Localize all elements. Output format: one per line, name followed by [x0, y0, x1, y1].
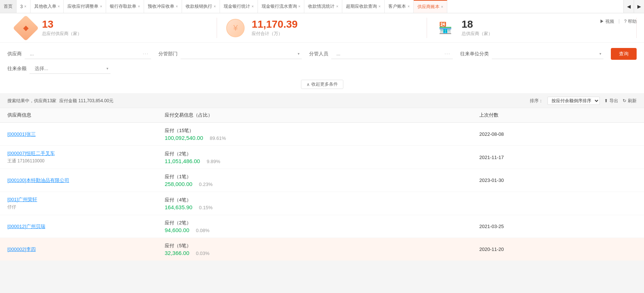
pay-amount[interactable]: 94,600.00 — [165, 227, 189, 233]
video-icon: ▶ — [600, 19, 604, 24]
collapse-label: 收起更多条件 — [311, 81, 338, 87]
person-input[interactable] — [333, 49, 443, 58]
table-row: [000012]广州贝瑞 应付（2笔） 94,600.00 0.08% 2021… — [0, 215, 644, 238]
nav-tab-close-collection-stat[interactable]: × — [336, 4, 338, 8]
nav-tab-label: 应收应付调整单 — [67, 3, 98, 10]
stat-text-total-suppliers: 18 总供应商（家） — [462, 19, 493, 37]
pay-amount[interactable]: 100,092,540.00 — [165, 135, 203, 141]
result-prefix: 搜索结果中，供应商13家 — [7, 98, 56, 104]
collapse-bar: ∧ 收起更多条件 — [7, 77, 637, 90]
last-pay-date: 2023-01-30 — [479, 177, 504, 183]
nav-tab-close-bank-deposit[interactable]: × — [138, 4, 140, 8]
pay-info-cell: 应付（1笔） 258,000.00 0.23% — [165, 173, 479, 187]
nav-prev-button[interactable]: ◀ — [623, 0, 634, 13]
nav-next-button[interactable]: ▶ — [634, 0, 644, 13]
supplier-more-icon[interactable]: ··· — [143, 51, 148, 57]
table-row: [000007]恒旺二手叉车王通 17106110000 应付（2笔） 11,0… — [0, 146, 644, 169]
col-header-pay-info: 应付交易信息（占比） — [165, 112, 479, 118]
nav-tab-close-supplier-account[interactable]: × — [441, 5, 443, 9]
pay-percent: 0.03% — [196, 251, 210, 256]
pay-amount[interactable]: 32,366.00 — [165, 250, 189, 256]
nav-tab-cash-bank-flow[interactable]: 现金银行流水查询× — [258, 0, 305, 13]
nav-tab-close-customer-account[interactable]: × — [407, 4, 410, 8]
search-button[interactable]: 查询 — [611, 48, 637, 60]
nav-tab-close-ap-adjust[interactable]: × — [100, 4, 102, 8]
top-navigation: 首页3×其他收入单×应收应付调整单×银行存取款单×预收冲应收单×收款核销执行×现… — [0, 0, 644, 13]
supplier-link[interactable]: [001]广州荣轩 — [7, 197, 37, 202]
nav-tab-bank-deposit[interactable]: 银行存取款单× — [106, 0, 144, 13]
nav-tab-ap-adjust[interactable]: 应收应付调整单× — [64, 0, 106, 13]
result-amount: 应付金额 111,703,854.00元 — [59, 98, 113, 104]
supplier-input[interactable] — [27, 49, 141, 58]
filter-dept: 分管部门 ▾ — [158, 49, 302, 59]
supplier-input-wrapper[interactable]: ··· — [25, 49, 151, 59]
nav-tab-customer-account[interactable]: 客户账本× — [385, 0, 414, 13]
collapse-button[interactable]: ∧ 收起更多条件 — [301, 80, 343, 89]
nav-tab-label: 收款情况统计 — [308, 3, 335, 10]
balance-input[interactable] — [32, 64, 105, 73]
stat-label-total-suppliers: 总供应商（家） — [462, 31, 493, 37]
nav-tab-other-income[interactable]: 其他收入单× — [31, 0, 64, 13]
nav-tab-cash-bank-stat[interactable]: 现金银行统计× — [220, 0, 258, 13]
nav-tab-close-other-income[interactable]: × — [58, 4, 60, 8]
nav-tab-close-collection-exec[interactable]: × — [214, 4, 216, 8]
balance-dropdown-icon[interactable]: ▾ — [106, 66, 108, 70]
result-bar: 搜索结果中，供应商13家 应付金额 111,703,854.00元 排序： 按应… — [0, 94, 644, 108]
pay-title: 应付（2笔） — [165, 220, 479, 226]
dept-input[interactable] — [183, 49, 297, 58]
coin-icon: ¥ — [233, 23, 238, 33]
nav-tab-overdue-ap[interactable]: 超期应收款查询× — [342, 0, 385, 13]
person-more-icon[interactable]: ··· — [444, 51, 450, 57]
category-input[interactable] — [494, 49, 598, 58]
nav-tab-close-overdue-ap[interactable]: × — [378, 4, 381, 8]
nav-tab-close-prepay-collect[interactable]: × — [176, 4, 178, 8]
nav-tab-close-cash-bank-stat[interactable]: × — [252, 4, 254, 8]
supplier-link[interactable]: [000007]恒旺二手叉车 — [7, 151, 55, 156]
nav-tab-close-t3[interactable]: × — [24, 4, 27, 8]
pay-amount[interactable]: 164,635.90 — [165, 204, 192, 210]
dept-dropdown-icon[interactable]: ▾ — [298, 52, 300, 56]
nav-tab-label: 客户账本 — [388, 3, 406, 10]
store-icon: 🏪 — [438, 21, 452, 34]
supplier-info-cell: [000007]恒旺二手叉车王通 17106110000 — [7, 150, 165, 164]
sort-select[interactable]: 按应付余额倒序排序 — [547, 97, 600, 105]
video-link[interactable]: ▶ 视频 — [600, 18, 614, 25]
pay-percent: 0.23% — [199, 182, 213, 187]
export-button[interactable]: ⬆ 导出 — [604, 98, 618, 104]
last-pay-date: 2022-08-08 — [479, 131, 504, 137]
pay-percent: 0.15% — [199, 205, 213, 210]
category-input-wrapper[interactable]: ▾ — [492, 49, 604, 59]
nav-tab-label: 收款核销执行 — [186, 3, 212, 10]
supplier-info-cell: [000100]本特勤油品有限公司 — [7, 177, 165, 184]
nav-tab-supplier-account[interactable]: 供应商账本× — [414, 0, 447, 13]
help-link[interactable]: ? 帮助 — [624, 18, 637, 25]
pay-amount[interactable]: 11,051,486.00 — [165, 158, 200, 164]
nav-tab-collection-stat[interactable]: 收款情况统计× — [304, 0, 342, 13]
person-input-wrapper[interactable]: ··· — [331, 49, 453, 59]
nav-tab-label: 现金银行流水查询 — [262, 3, 297, 10]
refresh-label: 刷新 — [628, 98, 637, 104]
supplier-link[interactable]: [000001]张三 — [7, 131, 36, 137]
nav-tab-label: 供应商账本 — [417, 4, 440, 10]
col-header-last-pay: 上次付数 — [479, 112, 637, 118]
pay-percent: 89.61% — [210, 135, 226, 141]
help-icon: ? — [624, 19, 627, 24]
nav-tab-close-cash-bank-flow[interactable]: × — [298, 4, 301, 8]
balance-input-wrapper[interactable]: ▾ — [29, 63, 111, 74]
supplier-link[interactable]: [000100]本特勤油品有限公司 — [7, 177, 69, 183]
supplier-link[interactable]: [000002]李四 — [7, 247, 36, 252]
refresh-button[interactable]: ↻ 刷新 — [623, 98, 637, 104]
help-label: 帮助 — [628, 19, 637, 24]
category-dropdown-icon[interactable]: ▾ — [599, 52, 601, 56]
pay-info-cell: 应付（2笔） 94,600.00 0.08% — [165, 220, 479, 233]
stat-text-suppliers-payable: 13 总应付供应商（家） — [42, 19, 82, 37]
filter-row-2: 往来余额 ▾ — [7, 63, 637, 74]
stat-label-total-payable: 应付合计（万） — [252, 31, 298, 37]
nav-tab-prepay-collect[interactable]: 预收冲应收单× — [144, 0, 182, 13]
nav-tab-t3[interactable]: 3× — [17, 0, 31, 13]
dept-input-wrapper[interactable]: ▾ — [181, 49, 302, 59]
pay-amount[interactable]: 258,000.00 — [165, 181, 192, 187]
supplier-link[interactable]: [000012]广州贝瑞 — [7, 224, 45, 229]
nav-tab-collection-exec[interactable]: 收款核销执行× — [182, 0, 220, 13]
nav-tab-home[interactable]: 首页 — [0, 0, 17, 13]
